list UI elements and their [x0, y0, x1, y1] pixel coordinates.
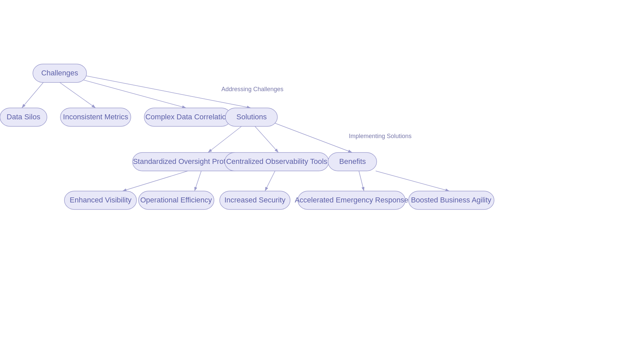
edge-label-addressing: Addressing Challenges: [221, 86, 283, 93]
node-complex-data: Complex Data Correlation: [144, 108, 231, 126]
node-centralized: Centralized Observability Tools: [225, 153, 329, 171]
svg-text:Enhanced Visibility: Enhanced Visibility: [70, 196, 131, 204]
svg-text:Accelerated Emergency Response: Accelerated Emergency Response: [295, 196, 409, 204]
svg-text:Data Silos: Data Silos: [7, 113, 40, 121]
svg-text:Increased Security: Increased Security: [224, 196, 285, 204]
node-accelerated-emergency: Accelerated Emergency Response: [295, 191, 409, 209]
node-enhanced-visibility: Enhanced Visibility: [64, 191, 137, 209]
node-increased-security: Increased Security: [220, 191, 290, 209]
edge-solutions-standardized: [208, 126, 241, 153]
node-operational-efficiency: Operational Efficiency: [139, 191, 214, 209]
edge-challenges-inconsistent: [60, 82, 96, 108]
node-challenges: Challenges: [33, 64, 87, 82]
svg-text:Complex Data Correlation: Complex Data Correlation: [145, 113, 230, 121]
svg-text:Boosted Business Agility: Boosted Business Agility: [411, 196, 491, 204]
edge-standardized-enhanced: [122, 171, 188, 191]
node-benefits: Benefits: [328, 153, 377, 171]
node-solutions: Solutions: [225, 108, 277, 126]
svg-text:Centralized Observability Tool: Centralized Observability Tools: [226, 157, 327, 166]
svg-text:Inconsistent Metrics: Inconsistent Metrics: [63, 113, 128, 121]
edge-benefits-accelerated: [359, 171, 364, 191]
edge-centralized-security: [265, 171, 275, 191]
svg-text:Solutions: Solutions: [236, 113, 267, 121]
edge-solutions-centralized: [255, 126, 278, 153]
node-data-silos: Data Silos: [0, 108, 47, 126]
node-boosted-business: Boosted Business Agility: [409, 191, 494, 209]
svg-text:Benefits: Benefits: [339, 157, 366, 166]
edge-challenges-datasilos: [22, 82, 44, 108]
edge-label-implementing: Implementing Solutions: [349, 133, 412, 139]
svg-text:Operational Efficiency: Operational Efficiency: [140, 196, 212, 204]
node-inconsistent-metrics: Inconsistent Metrics: [60, 108, 131, 126]
edge-standardized-operational: [195, 171, 201, 191]
edge-benefits-boosted: [376, 171, 449, 191]
edge-solutions-benefits: [268, 121, 352, 153]
svg-text:Challenges: Challenges: [41, 69, 78, 77]
